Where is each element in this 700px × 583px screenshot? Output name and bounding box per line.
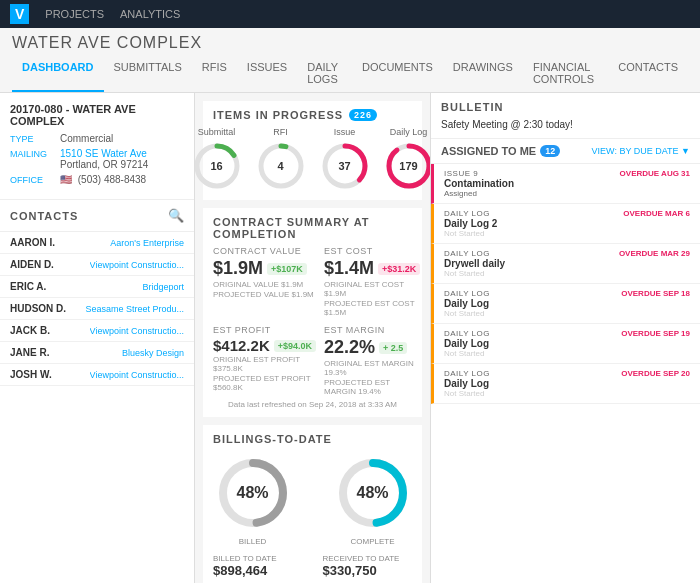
assigned-item-dailylog-sep19[interactable]: DAILY LOG OVERDUE SEP 19 Daily Log Not S…	[431, 324, 700, 364]
billing-circles: 48% BILLED 48%	[213, 453, 412, 546]
mailing-label: MAILING	[10, 149, 60, 170]
contacts-section: CONTACTS 🔍 AARON I. Aaron's Enterprise A…	[0, 200, 194, 583]
app-logo: V	[10, 4, 29, 24]
contact-company: Aaron's Enterprise	[110, 238, 184, 248]
bulletin-title: BULLETIN	[441, 101, 690, 113]
item-type: DAILY LOG	[444, 249, 490, 258]
item-row: ISSUE 9 OVERDUE AUG 31	[444, 169, 690, 178]
list-item[interactable]: JANE R. Bluesky Design	[0, 342, 194, 364]
item-name: Daily Log	[444, 378, 690, 389]
tab-documents[interactable]: DOCUMENTS	[352, 56, 443, 92]
complete-donut: 48%	[333, 453, 413, 533]
received-value: $330,750	[323, 563, 413, 578]
contact-name: AARON I.	[10, 237, 55, 248]
overdue-label: OVERDUE AUG 31	[620, 169, 690, 178]
billed-donut-container: 48% BILLED	[213, 453, 293, 546]
est-cost-delta: +$31.2K	[378, 263, 420, 275]
list-item[interactable]: JACK B. Viewpoint Constructio...	[0, 320, 194, 342]
est-margin-sub1: ORIGINAL EST MARGIN 19.3%	[324, 359, 420, 377]
rfi-label: RFI	[273, 127, 288, 137]
billed-donut: 48%	[213, 453, 293, 533]
overdue-label: OVERDUE MAR 6	[623, 209, 690, 218]
main-content: 20170-080 - WATER AVE COMPLEX TYPE Comme…	[0, 93, 700, 583]
contacts-header: CONTACTS 🔍	[0, 200, 194, 232]
item-type: DAILY LOG	[444, 329, 490, 338]
billed-to-date-value: $898,464	[213, 563, 303, 578]
contract-value-amount: $1.9M +$107K	[213, 258, 316, 279]
est-margin-item: EST MARGIN 22.2% + 2.5 ORIGINAL EST MARG…	[324, 325, 420, 396]
item-row: DAILY LOG OVERDUE SEP 19	[444, 329, 690, 338]
contact-name: AIDEN D.	[10, 259, 54, 270]
contract-grid: CONTRACT VALUE $1.9M +$107K ORIGINAL VAL…	[213, 246, 412, 396]
contract-value-label: CONTRACT VALUE	[213, 246, 316, 256]
list-item[interactable]: JOSH W. Viewpoint Constructio...	[0, 364, 194, 386]
nav-analytics[interactable]: ANALYTICS	[120, 8, 180, 20]
list-item[interactable]: AARON I. Aaron's Enterprise	[0, 232, 194, 254]
est-cost-item: EST COST $1.4M +$31.2K ORIGINAL EST COST…	[324, 246, 420, 317]
est-profit-delta: +$94.0K	[274, 340, 316, 352]
complete-donut-container: 48% COMPLETE	[333, 453, 413, 546]
est-profit-amount: $412.2K +$94.0K	[213, 337, 316, 354]
progress-item-rfi: RFI 4	[255, 127, 307, 192]
project-info: 20170-080 - WATER AVE COMPLEX TYPE Comme…	[0, 93, 194, 200]
received-label: RECEIVED TO DATE	[323, 554, 413, 563]
tab-financial-controls[interactable]: FINANCIAL CONTROLS	[523, 56, 608, 92]
assigned-title: ASSIGNED TO ME 12	[441, 145, 560, 157]
billing-stat-billed: BILLED TO DATE $898,464	[213, 554, 303, 578]
assigned-item-dailylog-sep18[interactable]: DAILY LOG OVERDUE SEP 18 Daily Log Not S…	[431, 284, 700, 324]
assigned-item-issue9[interactable]: ISSUE 9 OVERDUE AUG 31 Contamination Ass…	[431, 164, 700, 204]
item-name: Contamination	[444, 178, 690, 189]
office-phone: 🇺🇸 (503) 488-8438	[60, 174, 146, 185]
list-item[interactable]: AIDEN D. Viewpoint Constructio...	[0, 254, 194, 276]
assigned-item-dailylog2[interactable]: DAILY LOG OVERDUE MAR 6 Daily Log 2 Not …	[431, 204, 700, 244]
complete-pct: 48%	[356, 484, 388, 502]
list-item[interactable]: ERIC A. Bridgeport	[0, 276, 194, 298]
est-margin-delta: + 2.5	[379, 342, 407, 354]
item-type: DAILY LOG	[444, 209, 490, 218]
contact-company: Viewpoint Constructio...	[90, 326, 184, 336]
item-name: Daily Log	[444, 298, 690, 309]
nav-projects[interactable]: PROJECTS	[45, 8, 104, 20]
tab-daily-logs[interactable]: DAILY LOGS	[297, 56, 352, 92]
issue-label: Issue	[334, 127, 356, 137]
contact-company: Bluesky Design	[122, 348, 184, 358]
progress-item-issue: Issue 37	[319, 127, 371, 192]
page-header: WATER AVE COMPLEX DASHBOARD SUBMITTALS R…	[0, 28, 700, 93]
tab-submittals[interactable]: SUBMITTALS	[104, 56, 192, 92]
search-icon[interactable]: 🔍	[168, 208, 184, 223]
dailylog-label: Daily Log	[390, 127, 428, 137]
item-status: Assigned	[444, 189, 690, 198]
info-type-row: TYPE Commercial	[10, 133, 184, 144]
rfi-donut: 4	[255, 140, 307, 192]
contact-company: Viewpoint Constructio...	[90, 370, 184, 380]
assigned-item-drywell[interactable]: DAILY LOG OVERDUE MAR 29 Drywell daily N…	[431, 244, 700, 284]
overdue-label: OVERDUE SEP 19	[621, 329, 690, 338]
item-type: ISSUE 9	[444, 169, 478, 178]
tab-dashboard[interactable]: DASHBOARD	[12, 56, 104, 92]
mailing-address-line1[interactable]: 1510 SE Water Ave	[60, 148, 147, 159]
assigned-item-dailylog-sep20[interactable]: DAILY LOG OVERDUE SEP 20 Daily Log Not S…	[431, 364, 700, 404]
est-cost-label: EST COST	[324, 246, 420, 256]
item-name: Daily Log 2	[444, 218, 690, 229]
list-item[interactable]: HUDSON D. Seasame Street Produ...	[0, 298, 194, 320]
type-label: TYPE	[10, 134, 60, 144]
office-label: OFFICE	[10, 175, 60, 185]
billed-center: 48%	[236, 484, 268, 502]
tab-rfis[interactable]: RFIS	[192, 56, 237, 92]
est-profit-sub2: PROJECTED EST PROFIT $560.8K	[213, 374, 316, 392]
top-navigation: V PROJECTS ANALYTICS	[0, 0, 700, 28]
type-value: Commercial	[60, 133, 113, 144]
submittal-donut: 16	[195, 140, 243, 192]
bulletin-section: BULLETIN Safety Meeting @ 2:30 today!	[431, 93, 700, 139]
contact-company: Viewpoint Constructio...	[90, 260, 184, 270]
est-profit-item: EST PROFIT $412.2K +$94.0K ORIGINAL EST …	[213, 325, 316, 396]
items-count-badge: 226	[349, 109, 377, 121]
assigned-list: ISSUE 9 OVERDUE AUG 31 Contamination Ass…	[431, 164, 700, 583]
tab-contacts[interactable]: CONTACTS	[608, 56, 688, 92]
project-id: 20170-080 - WATER AVE COMPLEX	[10, 103, 184, 127]
tab-drawings[interactable]: DRAWINGS	[443, 56, 523, 92]
complete-center: 48%	[356, 484, 388, 502]
tab-issues[interactable]: ISSUES	[237, 56, 297, 92]
item-status: Not Started	[444, 269, 690, 278]
view-by-button[interactable]: VIEW: BY DUE DATE ▼	[592, 146, 690, 156]
